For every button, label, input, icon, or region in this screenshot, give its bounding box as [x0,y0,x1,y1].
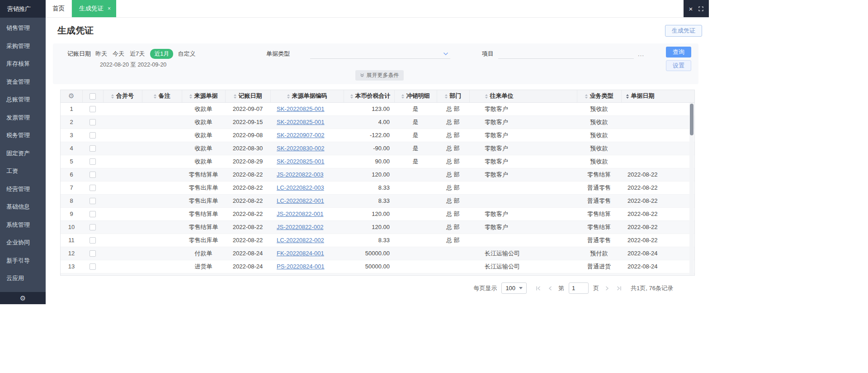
row-checkbox[interactable] [90,250,96,257]
source-doc-link[interactable]: SK-20220825-001 [277,119,325,125]
table-row[interactable]: 1收款单2022-09-07SK-20220825-001123.00是总 部零… [61,102,694,115]
table-row[interactable]: 10零售结算单2022-08-22JS-20220822-002120.00总 … [61,220,694,234]
table-row[interactable]: 9零售结算单2022-08-22JS-20220822-001120.00总 部… [61,207,694,220]
table-row[interactable]: 2收款单2022-09-15SK-20220825-0014.00是总 部零散客… [61,115,694,129]
sidebar-item[interactable]: 销售管理 [0,19,46,37]
sidebar-item[interactable]: 经营管理 [0,180,46,198]
row-index: 5 [61,155,82,168]
column-header-biz_type[interactable]: 业务类型 [577,90,621,102]
column-header-doc_date[interactable]: 单据日期 [621,90,694,102]
sidebar-item-top[interactable]: 营销推广 [0,0,46,18]
table-row[interactable]: 7零售出库单2022-08-22LC-20220822-0038.33总 部普通… [61,181,694,194]
table-row[interactable]: 6零售结算单2022-08-22JS-20220822-003120.00总 部… [61,168,694,181]
close-icon[interactable]: × [689,5,693,12]
sidebar-item[interactable]: 新手引导 [0,252,46,270]
table-row[interactable]: 11零售出库单2022-08-22LC-20220822-0028.33总 部普… [61,234,694,247]
sidebar-item[interactable]: 税务管理 [0,126,46,144]
table-row[interactable]: 4收款单2022-08-30SK-20220830-002-90.00是总 部零… [61,142,694,155]
source-doc-link[interactable]: LC-20220822-001 [277,197,324,204]
row-checkbox[interactable] [90,224,96,230]
sidebar-item[interactable]: 系统管理 [0,216,46,234]
source-doc-link[interactable]: SK-20220825-001 [277,158,325,165]
source-doc-link[interactable]: SK-20220825-001 [277,105,325,112]
prev-page-button[interactable] [547,285,554,292]
column-header-partner[interactable]: 往来单位 [469,90,577,102]
sidebar-item[interactable]: 工资 [0,162,46,180]
sidebar-item[interactable]: 库存核算 [0,55,46,73]
scrollbar-thumb[interactable] [690,104,693,135]
column-header-source[interactable]: 来源单据 [182,90,225,102]
column-header-merge[interactable]: 合并号 [103,90,142,102]
date-option[interactable]: 昨天 [95,50,107,58]
row-checkbox[interactable] [90,185,96,191]
date-option[interactable]: 今天 [113,50,124,58]
source-doc-link[interactable]: JS-20220822-002 [277,224,323,230]
source-doc-link[interactable]: FK-20220824-001 [277,250,324,257]
generate-voucher-button[interactable]: 生成凭证 [665,25,702,37]
table-row[interactable] [61,273,694,276]
doc-type-select[interactable] [310,49,450,59]
date-filter-group: 记账日期 昨天今天近7天近1月自定义 2022-08-20 至 2022-09-… [67,49,266,69]
tab-close-icon[interactable]: × [108,5,111,12]
more-icon[interactable]: … [637,51,645,57]
cell-source: 收款单 [182,142,225,155]
fullscreen-icon[interactable] [698,6,703,11]
tab-home[interactable]: 首页 [46,0,72,17]
select-all-checkbox[interactable] [90,93,96,100]
page-input[interactable] [569,282,589,294]
sidebar-item[interactable]: 企业协同 [0,234,46,252]
row-checkbox[interactable] [90,263,96,270]
sidebar-item[interactable]: 资金管理 [0,73,46,91]
row-checkbox[interactable] [90,132,96,139]
row-checkbox[interactable] [90,145,96,152]
sidebar-settings-button[interactable]: ⚙ [0,292,46,304]
tab-generate-voucher[interactable]: 生成凭证 × [72,0,116,17]
next-page-button[interactable] [604,285,611,292]
row-checkbox[interactable] [90,198,96,204]
source-doc-link[interactable]: SK-20220830-002 [277,145,325,152]
column-header-book_date[interactable]: 记账日期 [225,90,270,102]
row-checkbox[interactable] [90,158,96,165]
row-checkbox[interactable] [90,237,96,244]
source-doc-link[interactable]: JS-20220822-001 [277,210,323,217]
table-row[interactable]: 3收款单2022-09-08SK-20220907-002-122.00是总 部… [61,129,694,142]
table-settings-header[interactable]: ⚙ [61,90,82,102]
first-page-button[interactable] [535,285,542,292]
date-option[interactable]: 近7天 [130,50,145,58]
source-doc-link[interactable]: LC-20220822-003 [277,184,324,191]
table-scrollbar[interactable] [689,103,694,275]
sidebar-item[interactable]: 固定资产 [0,144,46,163]
table-row[interactable]: 13进货单2022-08-24PS-20220824-00150000.00长江… [61,260,694,273]
sidebar-item[interactable]: 基础信息 [0,198,46,216]
project-input[interactable] [498,49,634,59]
row-checkbox[interactable] [90,172,96,178]
source-doc-link[interactable]: JS-20220822-003 [277,171,323,178]
column-header-dept[interactable]: 部门 [437,90,469,102]
select-all-header[interactable] [82,90,103,102]
date-range-value[interactable]: 2022-08-20 至 2022-09-20 [100,61,266,69]
sidebar-item[interactable]: 发票管理 [0,109,46,127]
per-page-select[interactable]: 100 [501,282,527,294]
table-row[interactable]: 8零售出库单2022-08-22LC-20220822-0018.33总 部普通… [61,194,694,207]
date-option[interactable]: 自定义 [178,50,195,58]
settings-button[interactable]: 设置 [666,60,691,71]
sidebar-item[interactable]: 总账管理 [0,91,46,109]
column-header-writeoff[interactable]: 冲销明细 [394,90,437,102]
source-doc-link[interactable]: LC-20220822-002 [277,237,324,244]
expand-more-button[interactable]: 展开更多条件 [355,70,404,81]
column-header-note[interactable]: 备注 [142,90,182,102]
last-page-button[interactable] [615,285,623,292]
sidebar-item[interactable]: 云应用 [0,269,46,287]
source-doc-link[interactable]: SK-20220907-002 [277,132,325,139]
column-header-code[interactable]: 来源单据编码 [270,90,344,102]
sidebar-item[interactable]: 采购管理 [0,37,46,55]
date-option[interactable]: 近1月 [150,49,173,59]
column-header-amount[interactable]: 本币价税合计 [344,90,394,102]
row-checkbox[interactable] [90,106,96,112]
row-checkbox[interactable] [90,211,96,217]
table-row[interactable]: 5收款单2022-08-29SK-20220825-00190.00是总 部零散… [61,155,694,168]
query-button[interactable]: 查询 [666,47,691,57]
row-checkbox[interactable] [90,119,96,125]
source-doc-link[interactable]: PS-20220824-001 [277,263,325,270]
table-row[interactable]: 12付款单2022-08-24FK-20220824-00150000.00长江… [61,247,694,260]
